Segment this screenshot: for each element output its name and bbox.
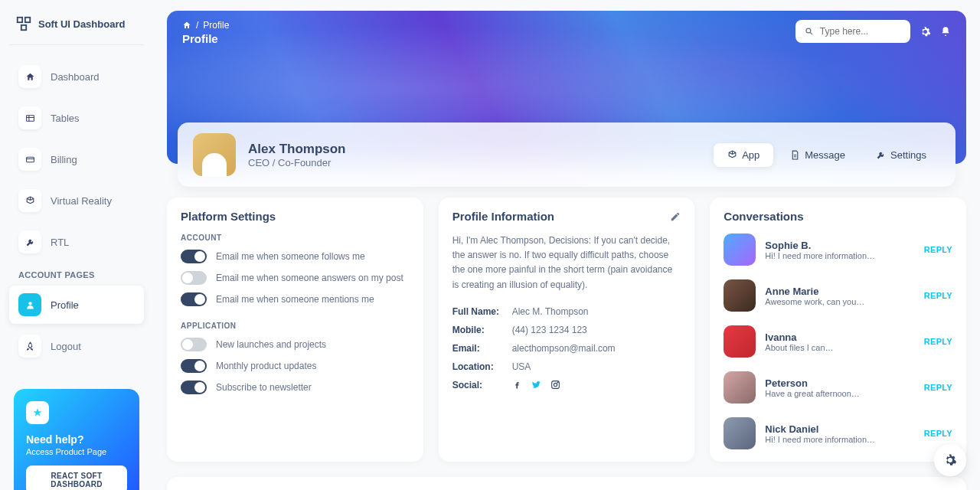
conversation-msg: Have a great afternoon… [765, 389, 860, 398]
tab-message[interactable]: Message [776, 143, 859, 167]
main: / Profile Profile [153, 0, 980, 490]
avatar [724, 325, 756, 358]
svg-rect-4 [26, 157, 34, 162]
platform-title: Platform Settings [181, 210, 410, 223]
toggle[interactable] [181, 292, 207, 306]
tab-settings[interactable]: Settings [862, 143, 940, 167]
sidebar-item-virtual-reality[interactable]: Virtual Reality [9, 181, 144, 220]
bell-icon[interactable] [940, 26, 951, 37]
setting-row: New launches and projects [181, 338, 410, 351]
profile-bar: Alex Thompson CEO / Co-Founder App Messa… [178, 122, 956, 187]
help-card: Need help? Access Product Page REACT SOF… [14, 389, 139, 490]
reply-button[interactable]: REPLY [924, 245, 952, 254]
reply-button[interactable]: REPLY [924, 429, 952, 438]
search-box[interactable] [795, 20, 910, 43]
setting-row: Monthly product updates [181, 359, 410, 373]
tools-icon [18, 230, 41, 253]
reply-button[interactable]: REPLY [924, 383, 952, 392]
conversations-title: Conversations [724, 210, 952, 223]
svg-rect-2 [21, 25, 26, 30]
setting-row: Email me when someone answers on my post [181, 271, 410, 285]
sidebar-item-logout[interactable]: Logout [9, 327, 144, 365]
sidebar-item-dashboard[interactable]: Dashboard [9, 57, 144, 96]
reply-button[interactable]: REPLY [924, 291, 952, 300]
facebook-icon[interactable] [512, 380, 522, 390]
sidebar-item-rtl[interactable]: RTL [9, 223, 144, 261]
conversation-name: Ivanna [765, 332, 833, 343]
avatar [724, 371, 756, 403]
table-icon [18, 106, 41, 129]
nav-section-label: ACCOUNT PAGES [9, 264, 144, 286]
conversation-item: Sophie B. Hi! I need more information… R… [724, 234, 952, 266]
setting-label: New launches and projects [216, 339, 326, 350]
nav-label: Logout [51, 341, 135, 352]
edit-icon[interactable] [670, 211, 681, 222]
nav-label: RTL [51, 237, 135, 248]
help-button[interactable]: REACT SOFT DASHBOARD [26, 466, 127, 490]
toggle[interactable] [181, 359, 207, 373]
svg-point-5 [28, 302, 31, 305]
conversation-msg: Awesome work, can you… [765, 297, 864, 306]
avatar [724, 417, 756, 449]
sidebar: Soft UI Dashboard Dashboard Tables Billi… [0, 0, 153, 490]
search-input[interactable] [820, 26, 901, 37]
conversation-name: Anne Marie [765, 286, 864, 297]
conversation-msg: About files I can… [765, 343, 833, 352]
svg-point-8 [554, 383, 557, 386]
tools-icon [876, 150, 886, 160]
profile-bio: Hi, I'm Alec Thompson, Decisions: If you… [452, 234, 681, 292]
header-card: / Profile Profile [167, 11, 966, 164]
settings-fab[interactable] [934, 444, 966, 476]
conversation-item: Ivanna About files I can… REPLY [724, 325, 952, 358]
svg-rect-1 [25, 18, 30, 22]
reply-button[interactable]: REPLY [924, 337, 952, 346]
conversation-msg: Hi! I need more information… [765, 435, 875, 444]
help-sub: Access Product Page [26, 447, 127, 456]
doc-icon [790, 150, 800, 160]
cube-icon [727, 150, 737, 160]
brand: Soft UI Dashboard [9, 15, 144, 45]
gear-icon[interactable] [920, 26, 931, 38]
star-icon [26, 401, 49, 424]
breadcrumb-current: Profile [203, 20, 229, 31]
sidebar-item-profile[interactable]: Profile [9, 286, 144, 324]
tab-app[interactable]: App [714, 143, 773, 167]
toggle[interactable] [181, 338, 207, 351]
avatar [724, 234, 756, 266]
home-icon [18, 65, 41, 88]
conversation-item: Peterson Have a great afternoon… REPLY [724, 371, 952, 403]
full-name-value: Alec M. Thompson [512, 306, 589, 317]
sidebar-item-billing[interactable]: Billing [9, 140, 144, 178]
nav-label: Billing [51, 154, 135, 165]
application-subhead: APPLICATION [181, 322, 410, 330]
page-title: Profile [182, 32, 229, 45]
avatar [724, 279, 756, 312]
mobile-value: (44) 123 1234 123 [512, 325, 587, 335]
email-value: alecthompson@mail.com [512, 343, 616, 354]
conversation-name: Peterson [765, 377, 860, 389]
svg-rect-3 [26, 115, 34, 121]
setting-label: Email me when someone mentions me [216, 294, 374, 305]
toggle[interactable] [181, 271, 207, 285]
setting-row: Email me when someone follows me [181, 250, 410, 263]
brand-icon [15, 15, 32, 32]
user-role: CEO / Co-Founder [248, 157, 346, 168]
cube-icon [18, 189, 41, 212]
setting-label: Monthly product updates [216, 361, 316, 371]
toggle[interactable] [181, 381, 207, 394]
nav-label: Dashboard [51, 71, 135, 83]
toggle[interactable] [181, 250, 207, 263]
projects-card: Projects Architects design houses [167, 477, 966, 490]
card-icon [18, 148, 41, 171]
nav-label: Profile [51, 299, 135, 311]
setting-label: Subscribe to newsletter [216, 382, 312, 393]
setting-label: Email me when someone answers on my post [216, 273, 403, 283]
profile-info-card: Profile Information Hi, I'm Alec Thompso… [439, 198, 695, 462]
home-icon [182, 21, 191, 30]
twitter-icon[interactable] [531, 380, 541, 390]
user-name: Alex Thompson [248, 142, 346, 157]
instagram-icon[interactable] [550, 380, 560, 390]
conversation-msg: Hi! I need more information… [765, 251, 875, 260]
sidebar-item-tables[interactable]: Tables [9, 99, 144, 137]
setting-label: Email me when someone follows me [216, 251, 365, 262]
